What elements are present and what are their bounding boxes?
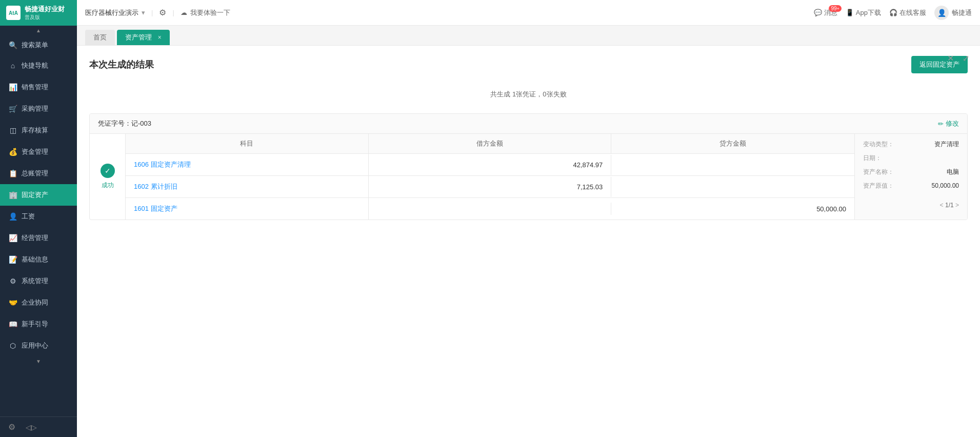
pagination-info: 1/1 (945, 202, 955, 209)
tab-home-label: 首页 (93, 33, 107, 41)
app-version: 普及版 (25, 14, 65, 21)
online-service-button[interactable]: 🎧 在线客服 (889, 8, 926, 17)
sidebar-item-payroll[interactable]: 👤 工资 (0, 206, 77, 227)
panel-controls: ✕ ⤢ (944, 52, 972, 64)
sidebar: AtA 畅捷通好业财 普及版 ▲ 🔍 搜索菜单 ⌂ 快捷导航 📊 销售管理 🛒 … (0, 0, 77, 437)
edit-voucher-button[interactable]: ✏ 修改 (938, 119, 959, 128)
tab-asset-mgmt[interactable]: 资产管理 × (117, 30, 170, 45)
tab-home[interactable]: 首页 (85, 30, 115, 45)
collapse-icon[interactable]: ◁▷ (26, 423, 37, 431)
logo-text: AtA (9, 10, 18, 16)
topbar-divider: | (151, 9, 153, 16)
topbar-right: 💬 消息 99+ 📱 App下载 🎧 在线客服 👤 畅捷通 (814, 6, 972, 20)
sidebar-item-system[interactable]: ⚙ 系统管理 (0, 270, 77, 292)
sidebar-bottom: ⚙ ◁▷ (0, 416, 77, 437)
sidebar-item-enterprise[interactable]: 🤝 企业协同 (0, 292, 77, 313)
sidebar-item-ledger[interactable]: 📋 总账管理 (0, 163, 77, 184)
user-profile[interactable]: 👤 畅捷通 (934, 6, 972, 20)
voucher-main: ✓ 成功 科目 借方金额 贷方金额 1606 固定资产清理 (90, 134, 854, 220)
sidebar-item-guide[interactable]: 📖 新手引导 (0, 313, 77, 335)
logo-title: 畅捷通好业财 普及版 (25, 5, 65, 21)
subject-cell-2[interactable]: 1602 累计折旧 (126, 176, 369, 197)
experience-button[interactable]: ☁ 我要体验一下 (181, 8, 230, 17)
sidebar-item-label: 基础信息 (22, 255, 48, 264)
basic-info-icon: 📝 (8, 255, 17, 264)
sidebar-item-funds[interactable]: 💰 资金管理 (0, 141, 77, 163)
pagination-next-icon[interactable]: > (955, 202, 959, 209)
voucher-number: 凭证字号：记-003 (98, 119, 151, 128)
scroll-down-arrow[interactable]: ▼ (0, 356, 77, 366)
sidebar-item-label: 企业协同 (22, 298, 48, 307)
asset-value-label: 资产原值： (863, 182, 894, 190)
credit-cell-3: 50,000.00 (611, 199, 854, 219)
sidebar-item-label: 快捷导航 (22, 61, 48, 70)
sidebar-item-quick-nav[interactable]: ⌂ 快捷导航 (0, 55, 77, 76)
subject-cell-1[interactable]: 1606 固定资产清理 (126, 154, 369, 175)
messages-button[interactable]: 💬 消息 99+ (814, 8, 837, 17)
sidebar-item-fixed-assets[interactable]: 🏢 固定资产 (0, 184, 77, 206)
page-header: 本次生成的结果 返回固定资产 (89, 56, 968, 73)
topbar: 医疗器械行业演示 ▾ | ⚙ | ☁ 我要体验一下 💬 消息 99+ 📱 App… (77, 0, 980, 26)
headset-icon: 🎧 (889, 9, 897, 16)
pagination-prev-icon[interactable]: < (940, 202, 944, 209)
asset-name-row: 资产名称： 电脑 (863, 168, 959, 176)
phone-icon: 📱 (846, 9, 854, 16)
sidebar-item-label: 应用中心 (22, 341, 48, 350)
voucher-table: 科目 借方金额 贷方金额 1606 固定资产清理 42,874.97 1602 … (126, 134, 854, 220)
tab-asset-mgmt-label: 资产管理 (125, 33, 152, 41)
pagination: < 1/1 > (863, 195, 959, 209)
experience-label: 我要体验一下 (190, 8, 230, 17)
purchase-icon: 🛒 (8, 105, 17, 113)
edit-icon: ✏ (938, 120, 944, 128)
sidebar-item-app-center[interactable]: ⬡ 应用中心 (0, 335, 77, 356)
company-name: 医疗器械行业演示 (85, 8, 138, 17)
sidebar-item-search[interactable]: 🔍 搜索菜单 (0, 35, 77, 55)
voucher-section: 凭证字号：记-003 ✏ 修改 ✓ 成功 (89, 113, 968, 220)
username: 畅捷通 (952, 8, 972, 17)
settings-gear-icon[interactable]: ⚙ (159, 8, 166, 17)
asset-value-row: 资产原值： 50,000.00 (863, 182, 959, 190)
edit-label: 修改 (946, 119, 959, 128)
message-icon: 💬 (814, 9, 822, 16)
sidebar-item-label: 工资 (22, 212, 35, 221)
app-download-button[interactable]: 📱 App下载 (846, 8, 881, 17)
settings-icon[interactable]: ⚙ (8, 422, 15, 432)
result-summary-text: 共生成 1张凭证，0张失败 (490, 90, 566, 98)
change-type-value: 资产清理 (934, 140, 959, 149)
sidebar-item-label: 采购管理 (22, 104, 48, 113)
online-service-label: 在线客服 (899, 8, 926, 17)
inventory-icon: ◫ (8, 126, 17, 134)
success-circle-icon: ✓ (101, 164, 115, 178)
dropdown-arrow-icon: ▾ (142, 9, 145, 16)
subject-cell-3[interactable]: 1601 固定资产 (126, 198, 369, 220)
debit-cell-3 (369, 203, 612, 215)
app-center-icon: ⬡ (8, 342, 17, 350)
sidebar-item-basic-info[interactable]: 📝 基础信息 (0, 249, 77, 270)
sidebar-item-sales[interactable]: 📊 销售管理 (0, 76, 77, 98)
change-type-label: 变动类型： (863, 140, 894, 149)
payroll-icon: 👤 (8, 212, 17, 221)
sidebar-item-inventory[interactable]: ◫ 库存核算 (0, 120, 77, 141)
sidebar-item-label: 经营管理 (22, 233, 48, 243)
close-panel-icon[interactable]: ✕ (944, 52, 956, 64)
sidebar-item-purchase[interactable]: 🛒 采购管理 (0, 98, 77, 120)
asset-value-value: 50,000.00 (932, 182, 959, 189)
asset-name-label: 资产名称： (863, 168, 894, 176)
messages-badge: 99+ (829, 5, 841, 12)
app-logo: AtA 畅捷通好业财 普及版 (0, 0, 77, 26)
cloud-icon: ☁ (181, 9, 187, 16)
company-selector[interactable]: 医疗器械行业演示 ▾ (85, 8, 145, 17)
system-icon: ⚙ (8, 277, 17, 285)
scroll-up-arrow[interactable]: ▲ (0, 26, 77, 35)
app-name: 畅捷通好业财 (25, 5, 65, 14)
topbar-divider2: | (172, 9, 174, 16)
table-row: 1601 固定资产 50,000.00 (126, 198, 854, 220)
debit-cell-1: 42,874.97 (369, 155, 612, 175)
tab-close-icon[interactable]: × (158, 34, 162, 41)
home-icon: ⌂ (8, 62, 17, 70)
sidebar-item-label: 系统管理 (22, 276, 48, 286)
credit-cell-1 (611, 158, 854, 171)
sidebar-item-operations[interactable]: 📈 经营管理 (0, 227, 77, 249)
expand-panel-icon[interactable]: ⤢ (959, 52, 972, 64)
page-title: 本次生成的结果 (89, 58, 154, 71)
